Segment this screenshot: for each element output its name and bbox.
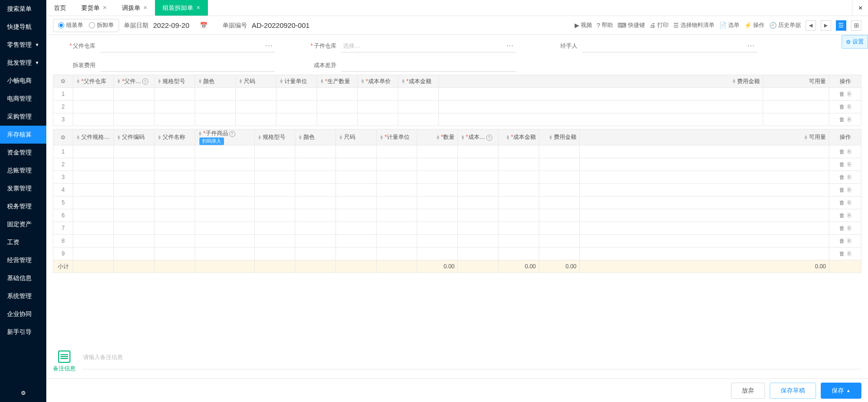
table-row[interactable]: 1🗑⎘ [53, 88, 861, 101]
col-parent-warehouse[interactable]: ▲▼*父件仓库 [73, 75, 114, 88]
notes-textarea[interactable] [82, 351, 861, 369]
settings-gear[interactable]: ⚙ [0, 384, 46, 402]
nav-next[interactable]: ▶ [821, 20, 831, 31]
sidebar-item-14[interactable]: 经营管理 [0, 251, 46, 269]
delete-icon[interactable]: 🗑 [839, 250, 845, 257]
col-fee-amt[interactable]: ▲▼费用金额 [439, 75, 763, 88]
toolbar-select-bom[interactable]: ☰选择物料清单 [673, 21, 714, 29]
delete-icon[interactable]: 🗑 [839, 91, 845, 97]
copy-icon[interactable]: ⎘ [848, 161, 851, 168]
col-available[interactable]: ▲▼可用量 [580, 129, 829, 145]
delete-icon[interactable]: 🗑 [839, 238, 845, 244]
col-fee-amt[interactable]: ▲▼费用金额 [539, 129, 580, 145]
settings-button[interactable]: ⚙设置 [842, 35, 868, 49]
sidebar-item-1[interactable]: 快捷导航 [0, 18, 46, 36]
cost-diff-input[interactable] [341, 59, 516, 72]
col-cost-amt[interactable]: ▲▼*成本金额 [498, 129, 539, 145]
tab-3[interactable]: 组装拆卸单✕ [155, 0, 208, 16]
table-row[interactable]: 4🗑⎘ [53, 184, 861, 197]
table-row[interactable]: 8🗑⎘ [53, 235, 861, 248]
col-cost-amt[interactable]: ▲▼*成本金额 [398, 75, 439, 88]
col-color[interactable]: ▲▼颜色 [295, 129, 336, 145]
col-spec[interactable]: ▲▼规格型号 [155, 75, 195, 88]
copy-icon[interactable]: ⎘ [848, 116, 851, 123]
copy-icon[interactable]: ⎘ [848, 187, 851, 193]
table-row[interactable]: 9🗑⎘ [53, 248, 861, 260]
gear-icon[interactable]: ⚙ [60, 78, 66, 85]
sidebar-item-0[interactable]: 搜索菜单 [0, 0, 46, 18]
toolbar-print[interactable]: 🖨打印 [650, 21, 669, 29]
sidebar-item-17[interactable]: 企业协同 [0, 305, 46, 323]
copy-icon[interactable]: ⎘ [848, 103, 851, 110]
col-qty[interactable]: ▲▼*数量 [417, 129, 458, 145]
close-icon[interactable]: ✕ [196, 5, 200, 11]
sidebar-item-18[interactable]: 新手引导 [0, 323, 46, 341]
sidebar-item-5[interactable]: 电商管理 [0, 90, 46, 108]
table-row[interactable]: 6🗑⎘ [53, 209, 861, 222]
sidebar-item-8[interactable]: 资金管理 [0, 144, 46, 162]
toolbar-video[interactable]: ▶视频 [575, 21, 592, 29]
col-parent-code[interactable]: ▲▼父件编码 [114, 129, 155, 145]
toolbar-hotkey[interactable]: ⌨快捷键 [618, 21, 645, 29]
more-icon[interactable]: ⋯ [747, 41, 755, 50]
delete-icon[interactable]: 🗑 [839, 199, 845, 206]
save-button[interactable]: 保存▲ [821, 383, 861, 399]
col-child-prod[interactable]: ▲▼*子件商品?扫码录入 [195, 129, 255, 145]
copy-icon[interactable]: ⎘ [848, 250, 851, 257]
sidebar-item-12[interactable]: 固定资产 [0, 215, 46, 233]
table-row[interactable]: 2🗑⎘ [53, 101, 861, 113]
sidebar-item-2[interactable]: 零售管理▼ [0, 36, 46, 54]
view-grid[interactable]: ⊞ [851, 20, 861, 31]
tab-0[interactable]: 首页 [46, 0, 74, 16]
col-parent-name[interactable]: ▲▼父件名称 [155, 129, 195, 145]
sidebar-item-6[interactable]: 采购管理 [0, 108, 46, 126]
sidebar-item-7[interactable]: 库存核算 [0, 126, 46, 144]
sidebar-item-16[interactable]: 系统管理 [0, 287, 46, 305]
table-row[interactable]: 1🗑⎘ [53, 145, 861, 158]
col-size[interactable]: ▲▼尺码 [236, 75, 276, 88]
close-icon[interactable]: ✕ [103, 5, 107, 11]
col-uom[interactable]: ▲▼计量单位 [276, 75, 317, 88]
col-color[interactable]: ▲▼颜色 [195, 75, 236, 88]
question-icon[interactable]: ? [486, 135, 492, 141]
close-icon[interactable]: ✕ [143, 5, 147, 11]
copy-icon[interactable]: ⎘ [848, 238, 851, 244]
toolbar-history[interactable]: 🕘历史单据 [769, 21, 801, 29]
sidebar-item-15[interactable]: 基础信息 [0, 269, 46, 287]
copy-icon[interactable]: ⎘ [848, 148, 851, 155]
tab-2[interactable]: 调拨单✕ [114, 0, 155, 16]
col-parent-spec[interactable]: ▲▼父件规格… [73, 129, 114, 145]
more-icon[interactable]: ⋯ [506, 41, 514, 50]
gear-icon[interactable]: ⚙ [60, 134, 66, 141]
tab-1[interactable]: 要货单✕ [74, 0, 114, 16]
copy-icon[interactable]: ⎘ [848, 91, 851, 97]
col-size[interactable]: ▲▼尺码 [336, 129, 377, 145]
delete-icon[interactable]: 🗑 [839, 174, 845, 180]
col-available[interactable]: 可用量 [763, 75, 829, 88]
child-warehouse-input[interactable] [341, 40, 516, 52]
delete-icon[interactable]: 🗑 [839, 161, 845, 168]
delete-icon[interactable]: 🗑 [839, 225, 845, 231]
close-all-tabs[interactable]: ✕ [852, 0, 868, 16]
sidebar-item-3[interactable]: 批发管理▼ [0, 54, 46, 72]
parent-warehouse-input[interactable] [100, 40, 275, 52]
delete-icon[interactable]: 🗑 [839, 212, 845, 219]
question-icon[interactable]: ? [229, 131, 235, 137]
col-parent[interactable]: ▲▼*父件…? [114, 75, 155, 88]
toolbar-action[interactable]: ⚡操作 [744, 21, 765, 29]
question-icon[interactable]: ? [142, 78, 148, 85]
assemble-fee-input[interactable] [100, 59, 275, 72]
table-row[interactable]: 7🗑⎘ [53, 222, 861, 235]
copy-icon[interactable]: ⎘ [848, 174, 851, 180]
toolbar-help[interactable]: ?帮助 [597, 21, 613, 29]
col-qty[interactable]: ▲▼*生产数量 [317, 75, 358, 88]
bill-date[interactable]: 2022-09-20 [153, 21, 189, 29]
table-row[interactable]: 5🗑⎘ [53, 197, 861, 209]
col-cost[interactable]: ▲▼*成本…? [458, 129, 498, 145]
nav-prev[interactable]: ◀ [806, 20, 816, 31]
radio-disassemble[interactable]: 拆卸单 [89, 21, 114, 29]
more-icon[interactable]: ⋯ [265, 41, 273, 50]
copy-icon[interactable]: ⎘ [848, 199, 851, 206]
calendar-icon[interactable]: 📅 [200, 22, 207, 29]
save-draft-button[interactable]: 保存草稿 [770, 383, 816, 399]
